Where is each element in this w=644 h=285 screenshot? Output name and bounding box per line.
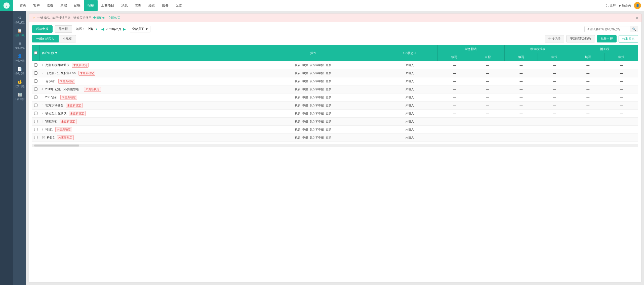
row-checkbox[interactable]: [34, 96, 37, 99]
op-link-1[interactable]: 申报: [302, 96, 308, 99]
logo[interactable]: C: [0, 0, 13, 11]
op-link-0[interactable]: 税表: [295, 136, 300, 139]
row-checkbox[interactable]: [34, 79, 37, 83]
period-next-button[interactable]: ▶: [123, 27, 126, 31]
row-checkbox[interactable]: [34, 71, 37, 75]
op-link-2[interactable]: 设为零申报: [310, 112, 324, 115]
row-checkbox[interactable]: [34, 87, 37, 91]
nav-operation[interactable]: 经营: [145, 0, 158, 11]
nav-account[interactable]: 记账: [70, 0, 84, 11]
op-link-3[interactable]: 更多: [326, 128, 331, 131]
nav-invoice[interactable]: 票据: [57, 0, 70, 11]
op-link-2[interactable]: 设为零申报: [310, 80, 324, 83]
row-checkbox[interactable]: [34, 136, 37, 139]
op-link-0[interactable]: 税表: [295, 64, 300, 67]
row-checkbox[interactable]: [34, 120, 37, 123]
row-checkbox[interactable]: [34, 104, 37, 107]
taxpayer-tab-general[interactable]: 一般的纳税人: [32, 35, 59, 42]
op-link-3[interactable]: 更多: [326, 104, 331, 107]
nav-message[interactable]: 消息: [118, 0, 131, 11]
avatar[interactable]: 👤: [634, 2, 641, 9]
op-link-3[interactable]: 更多: [326, 112, 331, 115]
row-name: 合伙社1: [45, 79, 56, 83]
op-link-2[interactable]: 设为零申报: [310, 88, 324, 91]
location-label: 地区：: [76, 27, 85, 31]
info-icon[interactable]: ℹ: [96, 27, 97, 31]
op-link-1[interactable]: 申报: [302, 104, 308, 107]
update-tax-button[interactable]: 更新税定及取数: [566, 35, 595, 42]
op-link-1[interactable]: 申报: [302, 64, 308, 67]
op-link-0[interactable]: 税表: [295, 120, 300, 123]
tab-tax-declaration[interactable]: 税款申报: [32, 25, 53, 33]
op-link-0[interactable]: 税表: [295, 80, 300, 83]
op-link-2[interactable]: 设为零申报: [310, 72, 324, 75]
op-link-1[interactable]: 申报: [302, 136, 308, 139]
op-link-1[interactable]: 申报: [302, 72, 308, 75]
op-link-3[interactable]: 更多: [326, 80, 331, 83]
op-link-0[interactable]: 税表: [295, 96, 300, 99]
fullscreen-button[interactable]: ⛶ 全屏: [606, 3, 616, 8]
op-link-0[interactable]: 税表: [295, 128, 300, 131]
sub-nav-personal-tax[interactable]: 👤 个税申报: [13, 51, 26, 64]
op-link-1[interactable]: 申报: [302, 128, 308, 131]
row-checkbox[interactable]: [34, 128, 37, 131]
select-all-checkbox[interactable]: [34, 51, 37, 55]
op-link-3[interactable]: 更多: [326, 72, 331, 75]
dept-select[interactable]: 全部员工 ▼: [130, 26, 150, 32]
row-checkbox[interactable]: [34, 112, 37, 115]
sub-nav-batch-tax[interactable]: 📋 批量报税: [13, 26, 26, 39]
op-link-2[interactable]: 设为零申报: [310, 136, 324, 139]
table-row: 3 合伙社1 未更新税定 税表申报设为零申报更多 未填入 ——————: [32, 77, 638, 85]
taxpayer-tab-small[interactable]: 小规模: [59, 35, 76, 42]
nav-home[interactable]: 首页: [16, 0, 30, 11]
op-link-0[interactable]: 税表: [295, 88, 300, 91]
sub-nav-tax-settings[interactable]: ⚙ 报税设置: [13, 13, 26, 26]
alert-close-button[interactable]: ×: [636, 16, 638, 20]
op-link-2[interactable]: 设为零申报: [310, 120, 324, 123]
op-link-3[interactable]: 更多: [326, 136, 331, 139]
declaration-record-button[interactable]: 申报记录: [545, 35, 564, 42]
dept-dropdown-icon: ▼: [145, 27, 148, 31]
op-link-0[interactable]: 税表: [295, 112, 300, 115]
nav-service[interactable]: 服务: [158, 0, 172, 11]
row-col-5: —: [605, 102, 638, 110]
row-checkbox[interactable]: [34, 63, 37, 67]
sub-nav-annual-report[interactable]: 🏢 工商年报: [13, 90, 26, 103]
batch-declaration-button[interactable]: 批量申报: [597, 35, 617, 42]
op-link-3[interactable]: 更多: [326, 120, 331, 123]
nav-charge[interactable]: 收费: [43, 0, 57, 11]
sub-nav-reconcile[interactable]: 💰 汇算清缴: [13, 77, 26, 90]
op-link-3[interactable]: 更多: [326, 96, 331, 99]
op-link-1[interactable]: 申报: [302, 120, 308, 123]
collect-receipt-button[interactable]: 收取回执: [619, 35, 638, 42]
sub-nav-tax-overview[interactable]: 🖥 报税总览: [13, 39, 26, 51]
period-prev-button[interactable]: ◀: [101, 27, 104, 31]
alert-link1[interactable]: 申报汇签: [93, 16, 105, 20]
table-row: 2 （勿删）江西股宝-LSS 未更新税定 税表申报设为零申报更多 未填入 ———…: [32, 69, 638, 77]
tab-zero-declaration[interactable]: 零申报: [55, 25, 72, 33]
row-col-0: —: [438, 93, 471, 102]
op-link-0[interactable]: 税表: [295, 72, 300, 75]
search-button[interactable]: 🔍: [630, 26, 638, 32]
op-link-2[interactable]: 设为零申报: [310, 64, 324, 67]
op-link-2[interactable]: 设为零申报: [310, 104, 324, 107]
nav-settings[interactable]: 设置: [172, 0, 186, 11]
op-link-0[interactable]: 税表: [295, 104, 300, 107]
nav-business[interactable]: 工商项目: [98, 0, 118, 11]
member-button[interactable]: ▶ 畅会员: [619, 3, 631, 8]
nav-tax[interactable]: 报税: [84, 0, 98, 11]
sub-nav-tax-record[interactable]: 📄 报税记录: [13, 64, 26, 77]
op-link-2[interactable]: 设为零申报: [310, 96, 324, 99]
nav-customer[interactable]: 客户: [30, 0, 43, 11]
search-input[interactable]: [585, 26, 630, 32]
horizontal-scrollbar[interactable]: [32, 144, 638, 147]
nav-manage[interactable]: 管理: [131, 0, 145, 11]
alert-link2[interactable]: 立即购买: [108, 16, 120, 20]
op-link-3[interactable]: 更多: [326, 64, 331, 67]
op-link-3[interactable]: 更多: [326, 88, 331, 91]
op-link-1[interactable]: 申报: [302, 88, 308, 91]
op-link-1[interactable]: 申报: [302, 80, 308, 83]
main-card: 税款申报 零申报 地区： 上海 ℹ ◀ 2023年2月 ▶ 全部员工 ▼: [29, 22, 641, 282]
op-link-2[interactable]: 设为零申报: [310, 128, 324, 131]
op-link-1[interactable]: 申报: [302, 112, 308, 115]
